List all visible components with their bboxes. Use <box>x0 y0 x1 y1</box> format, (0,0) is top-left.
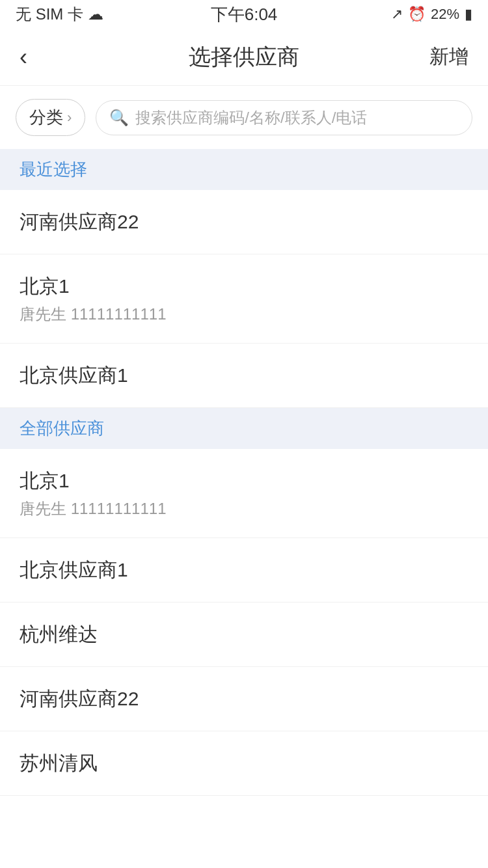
search-bar-area: 分类 › 🔍 搜索供应商编码/名称/联系人/电话 <box>0 86 488 149</box>
alarm-icon: ⏰ <box>408 6 426 23</box>
item-name: 北京供应商1 <box>20 556 468 584</box>
status-right: ↗ ⏰ 22% ▮ <box>391 6 472 23</box>
all-list-item[interactable]: 苏州清风 <box>0 731 488 796</box>
search-icon: 🔍 <box>109 109 129 127</box>
item-name: 北京供应商1 <box>20 362 468 389</box>
nav-bar: ‹ 选择供应商 新增 <box>0 29 488 86</box>
item-sub: 唐先生 11111111111 <box>20 498 468 519</box>
status-left: 无 SIM 卡 ☁ <box>16 4 103 25</box>
item-name: 河南供应商22 <box>20 685 468 712</box>
all-list-item[interactable]: 杭州维达 <box>0 603 488 667</box>
location-icon: ↗ <box>391 6 403 23</box>
item-name: 苏州清风 <box>20 750 468 777</box>
recent-items-list: 河南供应商22北京1唐先生 11111111111北京供应商1 <box>0 190 488 408</box>
battery-level: 22% <box>431 6 459 23</box>
all-list-item[interactable]: 北京1唐先生 11111111111 <box>0 449 488 538</box>
search-placeholder-text: 搜索供应商编码/名称/联系人/电话 <box>135 107 367 128</box>
item-name: 北京1 <box>20 273 468 300</box>
all-section-header: 全部供应商 <box>0 408 488 449</box>
recent-section-header: 最近选择 <box>0 149 488 190</box>
item-name: 河南供应商22 <box>20 208 468 236</box>
status-bar: 无 SIM 卡 ☁ 下午6:04 ↗ ⏰ 22% ▮ <box>0 0 488 29</box>
category-button[interactable]: 分类 › <box>16 99 85 136</box>
add-button[interactable]: 新增 <box>429 44 468 70</box>
battery-icon: ▮ <box>465 6 472 23</box>
search-input-wrap[interactable]: 🔍 搜索供应商编码/名称/联系人/电话 <box>96 100 472 135</box>
item-name: 北京1 <box>20 467 468 495</box>
sim-status: 无 SIM 卡 ☁ <box>16 4 103 25</box>
recent-list-item[interactable]: 河南供应商22 <box>0 190 488 254</box>
status-time: 下午6:04 <box>211 3 278 26</box>
all-items-list: 北京1唐先生 11111111111北京供应商1杭州维达河南供应商22苏州清风 <box>0 449 488 796</box>
item-name: 杭州维达 <box>20 621 468 648</box>
category-label: 分类 <box>29 106 63 129</box>
all-list-item[interactable]: 河南供应商22 <box>0 667 488 731</box>
page-title: 选择供应商 <box>189 42 299 72</box>
recent-list-item[interactable]: 北京1唐先生 11111111111 <box>0 254 488 344</box>
chevron-right-icon: › <box>67 109 72 126</box>
all-list-item[interactable]: 北京供应商1 <box>0 538 488 603</box>
recent-list-item[interactable]: 北京供应商1 <box>0 344 488 408</box>
back-button[interactable]: ‹ <box>20 44 59 71</box>
item-sub: 唐先生 11111111111 <box>20 304 468 325</box>
